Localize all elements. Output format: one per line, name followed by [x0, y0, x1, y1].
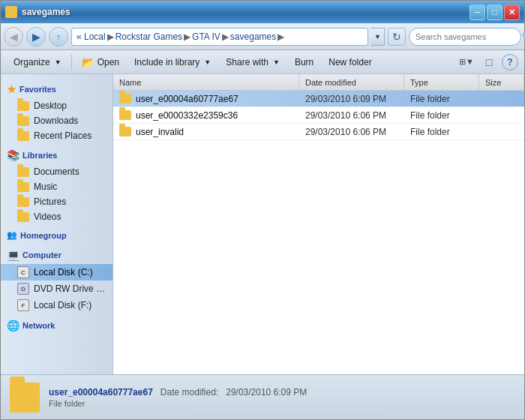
window-title: savegames [5, 6, 70, 18]
documents-folder-icon [17, 167, 29, 177]
sidebar: ★ Favorites Desktop Downloads Recent Pla… [1, 74, 113, 374]
videos-folder-icon [17, 212, 29, 222]
open-label: Open [98, 57, 119, 68]
search-box[interactable]: 🔍 [409, 28, 521, 46]
col-header-name[interactable]: Name [113, 74, 299, 90]
pictures-label: Pictures [34, 196, 66, 207]
minimize-button[interactable]: ─ [470, 4, 485, 20]
local-f-drive-icon: F [17, 299, 29, 311]
toolbar: Organize ▼ 📂 Open Include in library ▼ S… [1, 50, 524, 74]
title-text: savegames [22, 7, 70, 17]
homegroup-icon: 👥 [7, 230, 17, 240]
file-name-2: user_e0000332e2359c36 [136, 110, 238, 121]
file-date-3: 29/03/2010 6:06 PM [299, 124, 404, 140]
include-library-label: Include in library [134, 57, 200, 68]
sidebar-item-dvd-d[interactable]: D DVD RW Drive (D:) G [1, 280, 112, 297]
downloads-label: Downloads [34, 116, 78, 126]
organize-button[interactable]: Organize ▼ [7, 52, 68, 72]
forward-button[interactable]: ▶ [26, 27, 46, 46]
sidebar-header-favorites[interactable]: ★ Favorites [1, 80, 112, 98]
network-label: Network [22, 321, 55, 330]
local-c-label: Local Disk (C:) [34, 267, 93, 278]
file-type-3: File folder [404, 124, 479, 140]
share-dropdown-arrow: ▼ [273, 58, 280, 66]
title-controls: ─ □ ✕ [470, 4, 520, 20]
close-button[interactable]: ✕ [504, 4, 520, 20]
toolbar-sep-1 [71, 55, 72, 70]
col-name-label: Name [119, 78, 141, 87]
new-folder-button[interactable]: New folder [322, 52, 378, 72]
file-folder-icon-3 [119, 127, 131, 136]
open-icon: 📂 [82, 56, 94, 68]
address-dropdown[interactable]: ▼ [371, 28, 385, 46]
sidebar-section-favorites: ★ Favorites Desktop Downloads Recent Pla… [1, 80, 112, 143]
sidebar-header-libraries[interactable]: 📚 Libraries [1, 146, 112, 164]
sidebar-item-desktop[interactable]: Desktop [1, 98, 112, 113]
refresh-button[interactable]: ↻ [388, 28, 406, 46]
table-row[interactable]: user_invalid 29/03/2010 6:06 PM File fol… [113, 124, 524, 140]
status-date-label: Date modified: 29/03/2010 6:09 PM [160, 387, 307, 398]
table-row[interactable]: user_e00004a60777ae67 29/03/2010 6:09 PM… [113, 91, 524, 107]
sidebar-item-local-f[interactable]: F Local Disk (F:) [1, 297, 112, 314]
file-list: Name Date modified Type Size user_e00004… [113, 74, 524, 374]
help-button[interactable]: ? [502, 54, 518, 70]
share-with-button[interactable]: Share with ▼ [219, 52, 286, 72]
toolbar-right: ⊞▼ □ ? [457, 52, 518, 72]
sidebar-item-local-c[interactable]: C Local Disk (C:) [1, 264, 112, 280]
include-library-dropdown-arrow: ▼ [204, 58, 211, 66]
sidebar-item-videos[interactable]: Videos [1, 209, 112, 224]
include-library-button[interactable]: Include in library ▼ [128, 52, 218, 72]
explorer-window: savegames ─ □ ✕ ◀ ▶ ↑ « Local ▶ Rockstar… [0, 0, 525, 420]
sidebar-item-music[interactable]: Music [1, 179, 112, 194]
sidebar-section-computer: 💻 Computer C Local Disk (C:) D DVD RW Dr… [1, 246, 112, 314]
window-icon [5, 6, 17, 18]
file-name-cell-3: user_invalid [113, 124, 299, 140]
col-type-label: Type [410, 78, 428, 87]
sidebar-item-pictures[interactable]: Pictures [1, 194, 112, 209]
address-path[interactable]: « Local ▶ Rockstar Games ▶ GTA IV ▶ save… [71, 28, 368, 46]
status-info: user_e00004a60777ae67 Date modified: 29/… [49, 387, 307, 408]
search-input[interactable] [416, 32, 519, 41]
breadcrumb-gtaiv[interactable]: GTA IV [192, 32, 220, 42]
organize-label: Organize [14, 57, 50, 68]
file-folder-icon-1 [119, 94, 131, 104]
file-date-1: 29/03/2010 6:09 PM [299, 91, 404, 106]
sidebar-header-computer[interactable]: 💻 Computer [1, 246, 112, 264]
col-header-type[interactable]: Type [404, 74, 479, 90]
preview-pane-button[interactable]: □ [479, 52, 499, 72]
breadcrumb-local[interactable]: « Local [76, 32, 106, 42]
maximize-button[interactable]: □ [487, 4, 502, 20]
title-bar: savegames ─ □ ✕ [1, 1, 524, 23]
open-button[interactable]: 📂 Open [75, 52, 126, 72]
network-icon: 🌐 [7, 320, 20, 332]
sidebar-section-libraries: 📚 Libraries Documents Music Pictures [1, 146, 112, 224]
sidebar-header-homegroup[interactable]: 👥 Homegroup [1, 227, 112, 243]
up-button[interactable]: ↑ [49, 27, 68, 46]
sidebar-item-downloads[interactable]: Downloads [1, 113, 112, 128]
search-icon: 🔍 [522, 31, 525, 42]
computer-label: Computer [22, 250, 62, 260]
file-list-header: Name Date modified Type Size [113, 74, 524, 91]
desktop-label: Desktop [34, 100, 67, 111]
desktop-folder-icon [17, 101, 29, 111]
breadcrumb-rockstar[interactable]: Rockstar Games [116, 32, 182, 42]
col-header-date[interactable]: Date modified [299, 74, 404, 90]
address-bar: ◀ ▶ ↑ « Local ▶ Rockstar Games ▶ GTA IV … [1, 23, 524, 50]
sidebar-header-network[interactable]: 🌐 Network [1, 316, 112, 334]
view-options-button[interactable]: ⊞▼ [457, 52, 476, 72]
sidebar-item-recent-places[interactable]: Recent Places [1, 128, 112, 143]
file-name-cell-1: user_e00004a60777ae67 [113, 91, 299, 106]
burn-button[interactable]: Burn [288, 52, 320, 72]
homegroup-label: Homegroup [20, 231, 67, 240]
status-file-type: File folder [49, 399, 307, 408]
file-name-cell-2: user_e0000332e2359c36 [113, 107, 299, 123]
favorites-label: Favorites [20, 85, 56, 94]
computer-icon: 💻 [7, 249, 20, 261]
breadcrumb-savegames[interactable]: savegames [230, 32, 276, 42]
table-row[interactable]: user_e0000332e2359c36 29/03/2010 6:06 PM… [113, 107, 524, 124]
back-button[interactable]: ◀ [4, 27, 23, 46]
documents-label: Documents [34, 166, 80, 177]
pictures-folder-icon [17, 197, 29, 207]
sidebar-item-documents[interactable]: Documents [1, 164, 112, 179]
col-header-size[interactable]: Size [479, 74, 524, 90]
